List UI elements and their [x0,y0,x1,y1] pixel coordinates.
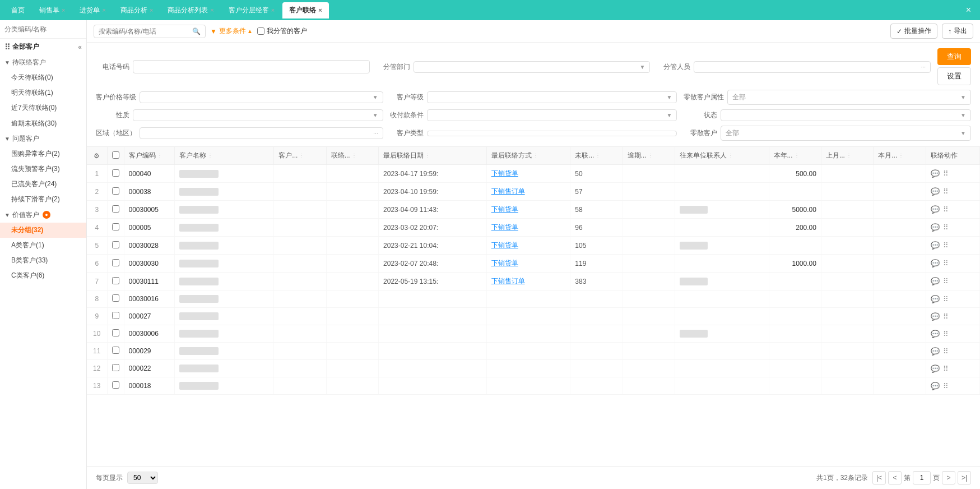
field-manager-select[interactable]: ··· [694,61,931,73]
sidebar-item-churn-warning[interactable]: 流失预警客户(3) [0,162,86,177]
chat-icon[interactable]: 💬 [931,187,940,196]
row-checkbox[interactable] [112,187,119,195]
overdue-sort-icon[interactable]: ⋮ [648,153,653,159]
sidebar-all-customers[interactable]: ⠿ 全部客户 « [0,39,86,55]
my-customers-checkbox[interactable] [257,27,264,35]
row-checkbox[interactable] [112,381,119,389]
sidebar-group-pending[interactable]: ▼ 待联络客户 [0,55,86,70]
settings-icon[interactable]: ⚙ [94,152,100,160]
chat-icon[interactable]: 💬 [931,205,940,214]
filter-search-icon[interactable]: 🔍 [192,27,201,35]
row-checkbox[interactable] [112,347,119,354]
query-button[interactable]: 查询 [937,48,971,65]
field-payment-select[interactable]: ▼ [427,109,677,121]
field-price-level-select[interactable]: ▼ [140,91,383,103]
this-month-sort-icon[interactable]: ⋮ [898,153,904,159]
more-icon[interactable]: ⠿ [943,347,949,356]
sidebar-item-type-b[interactable]: B类客户(33) [0,253,86,268]
field-customer-level-select[interactable]: ▼ [427,91,677,103]
code-sort-icon[interactable]: ⋮ [157,153,162,159]
tab-sales-close[interactable]: × [62,7,65,13]
tab-customer-tier[interactable]: 客户分层经客 × [222,2,281,19]
unit-contact-sort-icon[interactable]: ⋮ [728,153,733,159]
batch-ops-button[interactable]: ✓ 批量操作 [890,24,937,39]
last-method-link[interactable]: 下销货单 [491,205,518,213]
sidebar-item-declining[interactable]: 持续下滑客户(2) [0,192,86,207]
more-icon[interactable]: ⠿ [943,187,949,196]
last-method-link[interactable]: 下销售订单 [491,187,525,195]
sidebar-group-value[interactable]: ▼ 价值客户 ● [0,207,86,223]
chat-icon[interactable]: 💬 [931,223,940,232]
per-page-select[interactable]: 50 20 100 [127,472,158,484]
filter-more-conditions[interactable]: ▼ 更多条件 ▲ [210,26,253,36]
sidebar-item-type-a[interactable]: A类客户(1) [0,238,86,253]
sidebar-item-type-c[interactable]: C类客户(6) [0,268,86,283]
select-all-checkbox[interactable] [112,151,119,159]
window-close-button[interactable]: × [962,5,976,15]
page-number-input[interactable] [913,471,931,485]
field-nature-select[interactable]: ▼ [133,109,383,121]
last-method-sort-icon[interactable]: ⋮ [533,153,538,159]
row-checkbox[interactable] [112,277,119,284]
field-dept-select[interactable]: ▼ [414,61,651,73]
tab-customer-tier-close[interactable]: × [271,7,275,13]
chat-icon[interactable]: 💬 [931,365,940,373]
last-date-sort-icon[interactable]: ⋮ [425,153,430,159]
tab-purchase[interactable]: 进货单 × [73,2,112,19]
chat-icon[interactable]: 💬 [931,312,940,321]
more-icon[interactable]: ⠿ [943,205,949,214]
row-checkbox[interactable] [112,259,119,266]
chat-icon[interactable]: 💬 [931,295,940,303]
prev-page-btn[interactable]: < [888,471,902,485]
more-icon[interactable]: ⠿ [943,277,949,285]
chat-icon[interactable]: 💬 [931,382,940,390]
row-checkbox[interactable] [112,169,119,177]
last-method-link[interactable]: 下销货单 [491,241,518,249]
sidebar-search-input[interactable] [4,25,87,33]
more-icon[interactable]: ⠿ [943,223,949,232]
last-method-link[interactable]: 下销货单 [491,223,518,231]
first-page-btn[interactable]: |< [872,471,886,485]
tab-home[interactable]: 首页 [4,2,31,19]
chat-icon[interactable]: 💬 [931,241,940,250]
last-method-link[interactable]: 下销货单 [491,169,518,177]
sidebar-item-tomorrow[interactable]: 明天待联络(1) [0,85,86,100]
more-icon[interactable]: ⠿ [943,241,949,250]
type-sort-icon[interactable]: ⋮ [299,153,304,159]
sidebar-item-today[interactable]: 今天待联络(0) [0,70,86,85]
field-sparse-attr-select[interactable]: 全部 ▼ [727,90,971,105]
more-icon[interactable]: ⠿ [943,312,949,321]
more-icon[interactable]: ⠿ [943,382,949,390]
filter-search-input[interactable] [99,27,190,35]
chat-icon[interactable]: 💬 [931,259,940,267]
next-page-btn[interactable]: > [942,471,955,485]
reset-button[interactable]: 设置 [937,67,971,85]
last-method-link[interactable]: 下销售订单 [491,277,525,285]
chat-icon[interactable]: 💬 [931,277,940,285]
more-icon[interactable]: ⠿ [943,169,949,178]
field-region-select[interactable]: ··· [140,127,383,139]
row-checkbox[interactable] [112,241,119,248]
sidebar-item-7days[interactable]: 近7天待联络(0) [0,100,86,116]
row-checkbox[interactable] [112,205,119,213]
sidebar-item-abnormal[interactable]: 囤购异常客户(2) [0,146,86,162]
more-icon[interactable]: ⠿ [943,259,949,267]
row-checkbox[interactable] [112,364,119,371]
sidebar-item-ungrouped[interactable]: 未分组(32) [0,223,86,238]
row-checkbox[interactable] [112,312,119,319]
more-icon[interactable]: ⠿ [943,330,949,338]
sidebar-item-churned[interactable]: 已流失客户(24) [0,177,86,192]
tab-customer-contact[interactable]: 客户联络 × [282,2,328,19]
last-method-link[interactable]: 下销货单 [491,259,518,267]
field-phone-input[interactable] [133,60,370,73]
name-sort-icon[interactable]: ⋮ [207,153,213,159]
row-checkbox[interactable] [112,294,119,302]
tab-goods-list[interactable]: 商品分析列表 × [161,2,220,19]
sidebar-group-problem[interactable]: ▼ 问题客户 [0,131,86,146]
last-page-btn[interactable]: >| [958,471,971,485]
tab-goods-list-close[interactable]: × [210,7,213,13]
sidebar-item-overdue[interactable]: 逾期未联络(30) [0,116,86,131]
chat-icon[interactable]: 💬 [931,330,940,338]
tab-goods-analysis[interactable]: 商品分析 × [114,2,160,19]
tab-sales[interactable]: 销售单 × [32,2,72,19]
